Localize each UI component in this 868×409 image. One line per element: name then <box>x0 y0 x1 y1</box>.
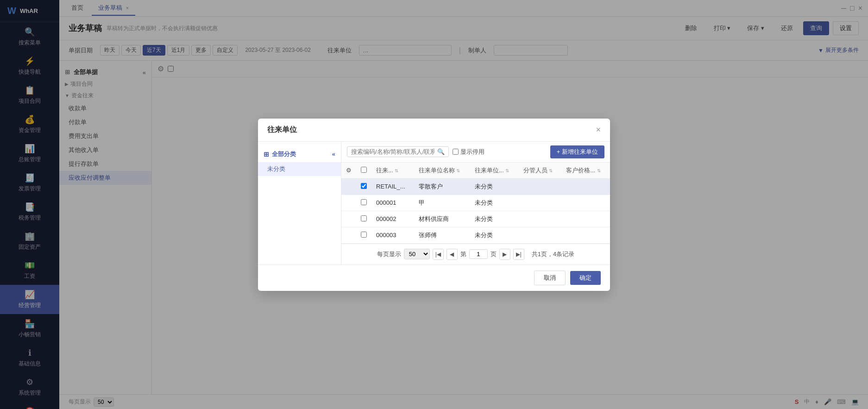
table-row[interactable]: 000002 材料供应商 未分类 <box>341 211 610 227</box>
row3-settings <box>341 211 356 227</box>
sort-category-icon[interactable]: ⇅ <box>505 168 509 173</box>
col-settings: ⚙ <box>341 163 356 179</box>
table-header-row: ⚙ 往来... ⇅ 往来单位名称 ⇅ <box>341 163 610 179</box>
row1-price <box>561 178 610 195</box>
row4-settings <box>341 227 356 243</box>
dialog-data-table: ⚙ 往来... ⇅ 往来单位名称 ⇅ <box>341 163 610 244</box>
row2-category: 未分类 <box>470 195 519 211</box>
row1-check <box>356 178 371 195</box>
row2-manager <box>519 195 562 211</box>
prev-page-btn[interactable]: ◀ <box>447 249 458 260</box>
col-code-header: 往来... ⇅ <box>371 163 414 179</box>
sort-price-icon[interactable]: ⇅ <box>597 168 601 173</box>
first-page-btn[interactable]: |◀ <box>433 249 444 260</box>
row4-name: 张师傅 <box>414 227 470 243</box>
dialog-body: ⊞ 全部分类 « 未分类 🔍 显示停用 + 新增往来单位 <box>258 142 610 264</box>
sort-name-icon[interactable]: ⇅ <box>456 168 460 173</box>
col-check <box>356 163 371 179</box>
row2-name: 甲 <box>414 195 470 211</box>
row3-category: 未分类 <box>470 211 519 227</box>
col-price-header: 客户价格... ⇅ <box>561 163 610 179</box>
dialog-all-categories[interactable]: ⊞ 全部分类 « <box>258 146 341 162</box>
cancel-button[interactable]: 取消 <box>534 271 566 285</box>
row1-code: RETAIL_... <box>371 178 414 195</box>
col-settings-icon[interactable]: ⚙ <box>346 167 352 174</box>
row3-check <box>356 211 371 227</box>
row4-checkbox[interactable] <box>361 232 367 238</box>
search-box: 🔍 <box>347 146 449 157</box>
sort-manager-icon[interactable]: ⇅ <box>549 168 553 173</box>
dialog-toolbar: 🔍 显示停用 + 新增往来单位 <box>341 142 610 163</box>
page-input[interactable] <box>469 249 488 259</box>
page-size-select[interactable]: 50 10 20 100 <box>404 249 430 259</box>
search-icon: 🔍 <box>437 148 445 155</box>
row2-settings <box>341 195 356 211</box>
row3-price <box>561 211 610 227</box>
row4-code: 000003 <box>371 227 414 243</box>
new-partner-button[interactable]: + 新增往来单位 <box>550 145 604 158</box>
col-manager-header: 分管人员 ⇅ <box>519 163 562 179</box>
dialog-table-area: 🔍 显示停用 + 新增往来单位 ⚙ <box>341 142 610 264</box>
row4-price <box>561 227 610 243</box>
dialog-pagination: 每页显示 50 10 20 100 |◀ ◀ 第 页 ▶ ▶| 共1页，4条记录 <box>341 244 610 264</box>
dialog-header: 往来单位 × <box>258 119 610 142</box>
dialog-footer: 取消 确定 <box>258 264 610 291</box>
dialog-title: 往来单位 <box>267 125 297 135</box>
dialog-close-button[interactable]: × <box>596 125 601 135</box>
sort-code-icon[interactable]: ⇅ <box>395 168 398 173</box>
row2-price <box>561 195 610 211</box>
col-name-header: 往来单位名称 ⇅ <box>414 163 470 179</box>
table-select-all[interactable] <box>361 167 367 173</box>
collapse-cats-icon[interactable]: « <box>332 151 335 157</box>
row1-category: 未分类 <box>470 178 519 195</box>
search-input[interactable] <box>351 148 434 155</box>
total-label: 共1页，4条记录 <box>532 250 574 258</box>
page-prefix: 第 <box>460 250 466 258</box>
page-suffix: 页 <box>491 250 497 258</box>
last-page-btn[interactable]: ▶| <box>513 249 524 260</box>
row3-name: 材料供应商 <box>414 211 470 227</box>
dialog-table-scroll: ⚙ 往来... ⇅ 往来单位名称 ⇅ <box>341 163 610 244</box>
row4-manager <box>519 227 562 243</box>
row2-checkbox[interactable] <box>361 199 367 205</box>
table-row[interactable]: 000003 张师傅 未分类 <box>341 227 610 243</box>
row3-manager <box>519 211 562 227</box>
row3-checkbox[interactable] <box>361 215 367 221</box>
show-disabled-checkbox[interactable] <box>453 149 459 155</box>
row1-manager <box>519 178 562 195</box>
row1-settings <box>341 178 356 195</box>
col-category-header: 往来单位... ⇅ <box>470 163 519 179</box>
row4-check <box>356 227 371 243</box>
dialog-categories: ⊞ 全部分类 « 未分类 <box>258 142 341 264</box>
confirm-button[interactable]: 确定 <box>570 271 601 285</box>
table-row[interactable]: 000001 甲 未分类 <box>341 195 610 211</box>
row1-checkbox[interactable] <box>361 183 367 189</box>
table-row[interactable]: RETAIL_... 零散客户 未分类 <box>341 178 610 195</box>
page-size-label: 每页显示 <box>377 250 401 258</box>
row1-name: 零散客户 <box>414 178 470 195</box>
row2-code: 000001 <box>371 195 414 211</box>
dialog-cat-unclassified[interactable]: 未分类 <box>258 162 341 176</box>
row3-code: 000002 <box>371 211 414 227</box>
partner-dialog: 往来单位 × ⊞ 全部分类 « 未分类 🔍 显示停用 <box>258 119 610 291</box>
row4-category: 未分类 <box>470 227 519 243</box>
show-disabled-label[interactable]: 显示停用 <box>453 148 484 156</box>
grid2-icon: ⊞ <box>264 151 269 158</box>
row2-check <box>356 195 371 211</box>
next-page-btn[interactable]: ▶ <box>499 249 510 260</box>
